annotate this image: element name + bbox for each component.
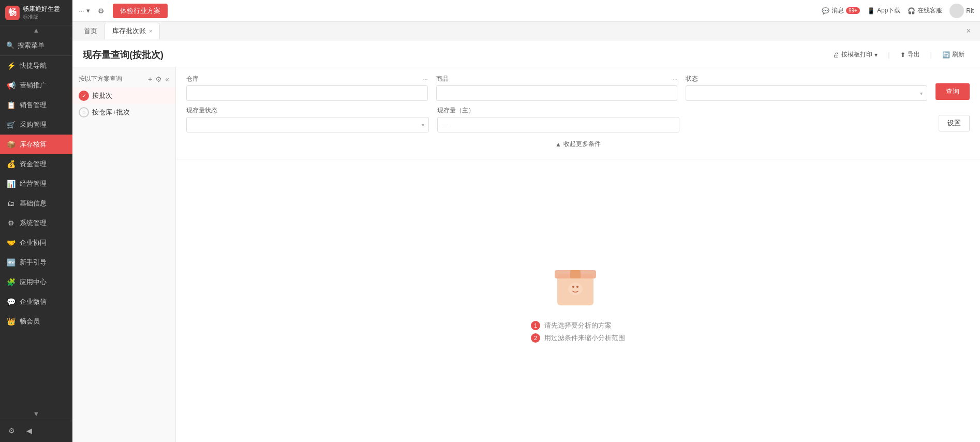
sidebar-item-operation[interactable]: 📊 经营管理: [0, 174, 72, 194]
refresh-button[interactable]: 🔄 刷新: [937, 48, 970, 62]
purchase-label: 采购管理: [20, 120, 47, 129]
warehouse-label: 仓库 ···: [186, 75, 428, 83]
refresh-icon: 🔄: [942, 51, 950, 58]
collapse-panel-icon[interactable]: «: [165, 75, 169, 83]
status-label: 状态: [686, 75, 927, 83]
refresh-label: 刷新: [952, 50, 964, 59]
collapse-sidebar-icon[interactable]: ◀: [23, 424, 35, 437]
left-panel-actions: + ⚙ «: [148, 75, 169, 83]
sidebar-item-guide[interactable]: 🆕 新手引导: [0, 253, 72, 272]
online-service-label: 在线客服: [917, 6, 942, 15]
status-chevron-icon: ▾: [920, 91, 923, 96]
print-button[interactable]: 🖨 按模板打印 ▾: [828, 48, 883, 62]
goods-more-icon[interactable]: ···: [673, 76, 677, 82]
topbar-left: ··· ▾ ⚙ 体验行业方案: [79, 4, 816, 18]
goods-input[interactable]: [436, 85, 678, 101]
sidebar-item-finance[interactable]: 💰 资金管理: [0, 154, 72, 174]
sidebar-item-shortcuts[interactable]: ⚡ 快捷导航: [0, 56, 72, 76]
sidebar-item-sales[interactable]: 📋 销售管理: [0, 95, 72, 115]
message-item[interactable]: 💬 消息 99+: [822, 6, 860, 15]
filter-goods: 商品 ···: [436, 75, 678, 101]
app-title: 畅康通好生意: [23, 5, 60, 13]
sidebar: 畅 畅康通好生意 标准版 ▲ 🔍 搜索菜单 ⚡ 快捷导航 📢 营销推广 📋: [0, 0, 72, 442]
collapse-filters-row[interactable]: ▲ 收起更多条件: [186, 137, 970, 152]
stock-status-label: 现存量状态: [186, 106, 429, 115]
app-download-item[interactable]: 📱 App下载: [867, 6, 900, 15]
home-tab-label: 首页: [84, 26, 97, 36]
user-item[interactable]: Rit: [949, 4, 974, 18]
print-chevron: ▾: [874, 51, 878, 58]
stock-status-select[interactable]: ▾: [186, 117, 429, 132]
sidebar-item-marketing[interactable]: 📢 营销推广: [0, 76, 72, 95]
system-icon: ⚙: [6, 218, 16, 228]
app-subtitle: 标准版: [23, 13, 60, 21]
message-badge: 99+: [846, 7, 860, 14]
sidebar-item-basic[interactable]: 🗂 基础信息: [0, 194, 72, 213]
scheme-batch-label: 按批次: [92, 91, 112, 100]
status-select[interactable]: ▾: [686, 85, 927, 101]
sidebar-item-apps[interactable]: 🧩 应用中心: [0, 272, 72, 292]
add-scheme-icon[interactable]: +: [148, 75, 152, 83]
panel-close-button[interactable]: ×: [961, 24, 976, 38]
sidebar-nav: 🔍 搜索菜单 ⚡ 快捷导航 📢 营销推广 📋 销售管理 🛒 采购管理 📦: [0, 36, 72, 408]
topbar-gear-icon[interactable]: ⚙: [94, 4, 109, 18]
system-label: 系统管理: [20, 218, 47, 228]
shortcuts-label: 快捷导航: [20, 61, 47, 70]
purchase-icon: 🛒: [6, 120, 16, 129]
sidebar-item-inventory[interactable]: 📦 库存核算: [0, 135, 72, 154]
sidebar-item-system[interactable]: ⚙ 系统管理: [0, 213, 72, 233]
warehouse-input[interactable]: [186, 85, 428, 101]
tab-home[interactable]: 首页: [77, 23, 105, 39]
active-tab-label: 库存批次账: [112, 26, 146, 36]
filter-area: 仓库 ··· 商品 ···: [176, 67, 980, 159]
sidebar-item-member[interactable]: 👑 畅会员: [0, 312, 72, 331]
sidebar-search[interactable]: 🔍 搜索菜单: [0, 36, 72, 56]
stock-status-chevron-icon: ▾: [422, 122, 424, 128]
basic-icon: 🗂: [6, 199, 16, 208]
operation-icon: 📊: [6, 179, 16, 188]
avatar: [949, 4, 964, 18]
warehouse-more-icon[interactable]: ···: [423, 76, 428, 82]
sidebar-item-purchase[interactable]: 🛒 采购管理: [0, 115, 72, 135]
scheme-settings-icon[interactable]: ⚙: [155, 75, 162, 83]
empty-hint-2: 2 用过滤条件来缩小分析范围: [531, 333, 625, 343]
sidebar-header: 畅 畅康通好生意 标准版: [0, 0, 72, 25]
scheme-batch[interactable]: ✓ 按批次: [72, 87, 175, 104]
sales-icon: 📋: [6, 100, 16, 110]
breadcrumb-chevron: ▾: [86, 7, 90, 14]
collapse-up-icon: ▲: [555, 141, 561, 148]
trial-button[interactable]: 体验行业方案: [113, 4, 168, 18]
scheme-warehouse-batch[interactable]: ○ 按仓库+批次: [72, 104, 175, 121]
tab-inventory-batch[interactable]: 库存批次账 ×: [105, 23, 160, 39]
filter-warehouse: 仓库 ···: [186, 75, 428, 101]
right-panel: 仓库 ··· 商品 ···: [176, 67, 980, 442]
collapse-label: 收起更多条件: [563, 140, 601, 149]
message-icon: 💬: [822, 7, 829, 14]
query-button[interactable]: 查询: [936, 83, 970, 100]
empty-state: 1 请先选择要分析的方案 2 用过滤条件来缩小分析范围: [176, 159, 980, 442]
online-service-item[interactable]: 🎧 在线客服: [908, 6, 942, 15]
page-header: 现存量查询(按批次) 🖨 按模板打印 ▾ | ⬆ 导出 | 🔄: [72, 40, 980, 67]
scroll-down-arrow[interactable]: ▼: [0, 408, 72, 419]
member-label: 畅会员: [20, 317, 40, 326]
export-button[interactable]: ⬆ 导出: [895, 48, 925, 62]
sidebar-item-wechat[interactable]: 💬 企业微信: [0, 292, 72, 312]
settings-button[interactable]: 设置: [939, 115, 970, 131]
search-icon: 🔍: [6, 41, 14, 49]
sidebar-item-enterprise[interactable]: 🤝 企业协同: [0, 233, 72, 253]
tab-close-icon[interactable]: ×: [149, 28, 152, 34]
enterprise-label: 企业协同: [20, 238, 47, 247]
content-area: 现存量查询(按批次) 🖨 按模板打印 ▾ | ⬆ 导出 | 🔄: [72, 40, 980, 442]
sidebar-bottom: ⚙ ◀: [0, 419, 72, 442]
stock-qty-input[interactable]: —: [437, 117, 680, 132]
settings-bottom-icon[interactable]: ⚙: [5, 424, 18, 437]
topbar-right: 💬 消息 99+ 📱 App下载 🎧 在线客服 Rit: [822, 4, 974, 18]
wechat-label: 企业微信: [20, 297, 47, 306]
svg-point-5: [576, 286, 578, 288]
marketing-icon: 📢: [6, 81, 16, 90]
scroll-up-arrow[interactable]: ▲: [0, 25, 72, 36]
shortcuts-icon: ⚡: [6, 61, 16, 70]
apps-icon: 🧩: [6, 277, 16, 287]
empty-illustration: [552, 259, 604, 311]
svg-point-3: [568, 283, 583, 295]
